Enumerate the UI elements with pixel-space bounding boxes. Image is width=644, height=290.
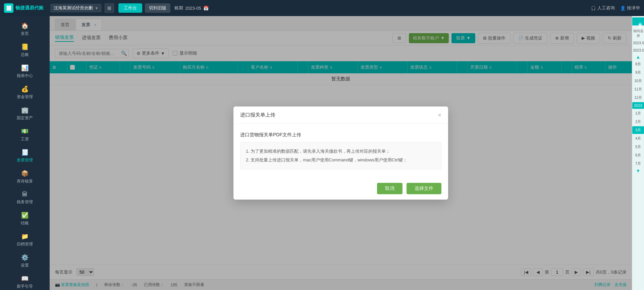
modal-close-button[interactable]: × [438,112,441,118]
period-label: 账期 [174,5,183,11]
content-area: 首页 发票 × 销项发票 进项发票 费用小票 [50,16,632,290]
support-button[interactable]: 🎧 人工咨询 [591,5,615,11]
modal-instruction-1: 1. 为了更加精准的数据匹配，请先录入海关缴款书，再上传对应的报关单； [246,147,436,156]
company-settings-icon[interactable]: ⊞ [104,3,114,13]
modal-footer: 取消 选择文件 [233,177,448,200]
period-may[interactable]: 5月 [632,143,644,151]
modal-instructions-box: 1. 为了更加精准的数据匹配，请先录入海关缴款书，再上传对应的报关单； 2. 支… [240,142,441,169]
modal-header: 进口报关单上传 × [233,106,448,124]
sidebar-label-tax: 税务管理 [17,199,33,205]
funds-icon: 💰 [21,85,29,93]
sidebar-label-settings: 设置 [21,263,29,268]
period-value: 2023-05 [185,6,201,11]
sidebar-item-ledger[interactable]: 📒 总账 [0,40,50,61]
top-bar-right: 🎧 人工咨询 👤 徐泽华 [591,5,640,11]
modal-select-file-button[interactable]: 选择文件 [407,183,441,194]
sidebar-item-invoice[interactable]: 🧾 发票管理 [0,145,50,166]
period-aug[interactable]: 8月 [632,60,644,68]
scroll-up-icon[interactable]: ▲ [636,54,641,60]
sidebar-label-guide: 新手引导 [17,284,33,289]
modal-instruction-2: 2. 支持批量上传进口报关单，mac用户使用Command键，windows用户… [246,156,436,164]
sidebar-item-settings[interactable]: ⚙️ 设置 [0,250,50,272]
sidebar-item-funds[interactable]: 💰 资金管理 [0,82,50,103]
sidebar-label-reports: 报表中心 [17,73,33,79]
app-logo: 🧾 畅捷通易代账 [4,3,44,13]
sidebar-label-invoice: 发票管理 [17,157,33,163]
period-2023-03-2[interactable]: 2023.03 [632,47,644,54]
modal-cancel-button[interactable]: 取消 [377,183,402,194]
sidebar-item-tax[interactable]: 🏛 税务管理 [0,188,50,208]
top-bar: 🧾 畅捷通易代账 沈海英测试经营勿删 ▼ ⊞ 工作台 切到旧版 账期 2023-… [0,0,644,16]
company-dropdown-icon: ▼ [95,6,98,10]
period-sep[interactable]: 9月 [632,69,644,76]
settings-icon: ⚙️ [21,254,29,261]
user-name: 徐泽华 [627,5,640,11]
period-jan[interactable]: 1月 [632,110,644,117]
inventory-icon: 📦 [21,170,29,177]
open-date-sidebar-label[interactable]: 开票日期 [632,17,644,25]
period-nov[interactable]: 11月 [632,85,644,93]
modal-body: 进口货物报关单PDF文件上传 1. 为了更加精准的数据匹配，请先录入海关缴款书，… [233,124,448,177]
sidebar-label-assets: 固定资产 [17,115,33,121]
company-selector[interactable]: 沈海英测试经营勿删 ▼ [50,4,102,12]
right-sidebar: 开票日期 期间选择 2023.03 2023.03 ▲ 8月 9月 10月 11… [632,16,644,290]
reports-icon: 📊 [21,64,29,72]
sidebar-label-payroll: 工资 [21,136,29,142]
payroll-icon: 💵 [21,128,29,135]
period-mar[interactable]: 3月 [632,126,644,134]
sidebar-item-home[interactable]: 🏠 首页 [0,19,50,40]
sidebar-item-archive[interactable]: 📁 归档管理 [0,229,50,250]
workspace-button[interactable]: 工作台 [118,3,142,13]
period-select-label: 期间选择 [632,27,644,40]
period-2023-03-1[interactable]: 2023.03 [632,40,644,46]
close-accounts-icon: ✅ [21,212,29,219]
period-2023[interactable]: 2023 [632,102,644,109]
archive-icon: 📁 [21,233,29,240]
modal-overlay: 进口报关单上传 × 进口货物报关单PDF文件上传 1. 为了更加精准的数据匹配，… [50,16,632,290]
sidebar-item-reports[interactable]: 📊 报表中心 [0,61,50,82]
sidebar-item-assets[interactable]: 🏢 固定资产 [0,103,50,124]
old-version-button[interactable]: 切到旧版 [145,3,170,13]
period-oct[interactable]: 10月 [632,77,644,85]
company-name: 沈海英测试经营勿删 [54,5,93,11]
assets-icon: 🏢 [21,106,29,114]
period-dec[interactable]: 12月 [632,94,644,101]
period-jul[interactable]: 7月 [632,160,644,167]
modal-pdf-title: 进口货物报关单PDF文件上传 [240,132,441,138]
calendar-icon[interactable]: 📅 [203,6,209,11]
invoice-icon: 🧾 [21,149,29,156]
sidebar-label-close: 结账 [21,220,29,226]
sidebar: 🏠 首页 📒 总账 📊 报表中心 💰 资金管理 🏢 固定资产 💵 工资 🧾 发票… [0,16,50,290]
sidebar-item-close[interactable]: ✅ 结账 [0,208,50,229]
sidebar-label-inventory: 库存核算 [17,178,33,184]
sidebar-label-funds: 资金管理 [17,94,33,100]
sidebar-label-home: 首页 [21,31,29,37]
avatar-icon: 👤 [620,6,626,11]
period-jun[interactable]: 6月 [632,151,644,159]
user-avatar[interactable]: 👤 徐泽华 [620,5,640,11]
sidebar-item-inventory[interactable]: 📦 库存核算 [0,166,50,188]
period-apr[interactable]: 4月 [632,135,644,142]
period-info: 账期 2023-05 📅 [174,5,209,11]
sidebar-item-payroll[interactable]: 💵 工资 [0,124,50,145]
headset-icon: 🎧 [591,6,596,11]
support-label: 人工咨询 [597,5,615,11]
home-icon: 🏠 [21,22,29,29]
logo-icon: 🧾 [4,3,13,13]
period-nav: 2023.03 2023.03 ▲ 8月 9月 10月 11月 12月 2023… [632,40,644,173]
sidebar-item-guide[interactable]: 📖 新手引导 [0,272,50,290]
sidebar-label-ledger: 总账 [21,52,29,58]
main-layout: 🏠 首页 📒 总账 📊 报表中心 💰 资金管理 🏢 固定资产 💵 工资 🧾 发票… [0,16,644,290]
modal-title: 进口报关单上传 [240,112,275,118]
guide-icon: 📖 [21,275,29,282]
logo-text: 畅捷通易代账 [15,5,44,11]
ledger-icon: 📒 [21,43,29,51]
period-feb[interactable]: 2月 [632,118,644,126]
import-customs-modal: 进口报关单上传 × 进口货物报关单PDF文件上传 1. 为了更加精准的数据匹配，… [233,106,448,200]
sidebar-label-archive: 归档管理 [17,241,33,247]
scroll-down-icon[interactable]: ▼ [636,168,641,173]
tax-icon: 🏛 [22,191,28,198]
